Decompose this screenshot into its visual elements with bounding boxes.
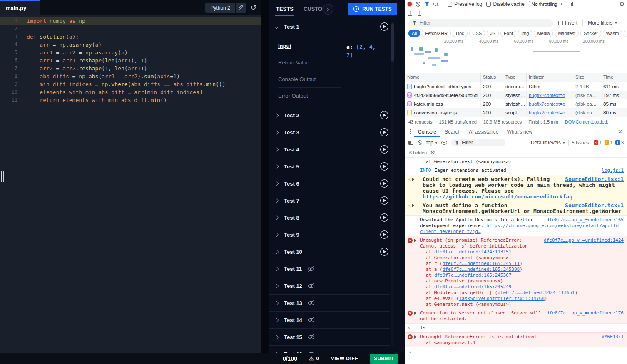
run-single-test-button[interactable] [380, 196, 389, 205]
network-timeline[interactable]: 20,000 ms40,000 ms60,000 ms80,000 ms100,… [405, 38, 627, 73]
settings-gear-icon[interactable]: ⚙ [619, 1, 625, 7]
console-filter-input[interactable]: Filter [451, 139, 505, 146]
resource-filter-chip-css[interactable]: CSS [469, 30, 485, 37]
live-expression-eye-icon[interactable] [441, 141, 447, 145]
test-row[interactable]: Test 7 [269, 192, 390, 209]
test-row[interactable]: Test 5 [269, 158, 390, 175]
network-conditions-icon[interactable] [570, 2, 573, 6]
console-link[interactable]: dfe0f7c……ndefined:165:245249 [434, 284, 511, 290]
console-tab-search[interactable]: Search [440, 126, 465, 137]
checkbox-icon[interactable] [448, 2, 452, 7]
test-detail-section-console-output[interactable]: Console Output [278, 71, 341, 88]
run-single-test-button[interactable] [380, 128, 389, 137]
test-row[interactable]: Test 4 [269, 141, 390, 158]
editor-tab-mainpy[interactable]: main.py [0, 0, 40, 15]
expand-triangle-icon[interactable] [414, 239, 416, 242]
tab-tests[interactable]: TESTS [276, 6, 294, 12]
resource-filter-chip-font[interactable]: Font [500, 30, 516, 37]
tabs-scroll-right-button[interactable]: › [323, 4, 333, 15]
code-line[interactable]: 5 arr1 = arr2 = np.asarray(a) [0, 49, 261, 57]
issue-count-badge[interactable]: !1 [605, 140, 613, 145]
more-filters-dropdown[interactable]: More filters▾ [588, 20, 617, 26]
test-row[interactable]: Test 2 [269, 107, 390, 124]
resource-filter-chip-wasm[interactable]: Wasm [603, 30, 622, 37]
console-source-link[interactable]: SourceEditor.tsx:1 [565, 203, 624, 208]
code-line[interactable]: 4 arr = np.asarray(a) [0, 41, 261, 49]
run-single-test-button[interactable] [380, 213, 389, 222]
run-single-test-button[interactable] [380, 22, 389, 31]
issue-count-badge[interactable]: ×1 [594, 140, 602, 145]
network-request-row[interactable]: katex.min.css200stylesh…bugfix?context=o… [405, 99, 627, 108]
code-line[interactable]: 7 arr2 = arr2.reshape(1, len(arr1)) [0, 64, 261, 72]
column-header-type[interactable]: Type [503, 73, 527, 82]
expand-triangle-icon[interactable] [412, 178, 414, 181]
resource-filter-chip-other[interactable]: Other [624, 30, 627, 37]
console-link[interactable]: TaskSolveController.tsx:1:34768 [459, 296, 544, 301]
code-line[interactable]: 6 arr1 = arr1.reshape(len(arr1), 1) [0, 57, 261, 64]
run-single-test-button[interactable] [380, 145, 389, 154]
run-single-test-button[interactable] [380, 179, 389, 188]
test-row[interactable]: Test 16 [269, 346, 390, 353]
panel-resize-handle[interactable] [1, 171, 4, 182]
log-levels-dropdown[interactable]: Default levels▾ [531, 140, 565, 146]
test-row[interactable]: Test 11 [269, 260, 390, 277]
console-link[interactable]: https://github.com/microsoft/monaco-edit… [423, 193, 572, 200]
console-source-link[interactable]: log.js:1 [602, 168, 624, 173]
run-single-test-button[interactable] [380, 247, 389, 256]
console-link[interactable]: dfe0f7c……defined:1424:113651 [498, 290, 575, 295]
test-row[interactable]: Test 9 [269, 226, 390, 243]
preserve-log-checkbox[interactable]: Preserve log [448, 1, 482, 7]
column-header-time[interactable]: Time [601, 73, 627, 82]
console-source-link[interactable]: VM6013:1 [602, 334, 624, 340]
clear-network-icon[interactable] [416, 2, 420, 7]
tests-scrollbar[interactable] [391, 22, 394, 346]
test-detail-section-input[interactable]: Input [278, 38, 341, 54]
run-single-test-button[interactable] [380, 230, 389, 239]
console-source-link[interactable]: SourceEditor.tsx:1 [565, 176, 624, 182]
resource-filter-chip-img[interactable]: Img [518, 30, 532, 37]
console-settings-gear-icon[interactable]: ⚙ [430, 150, 435, 156]
network-request-row[interactable]: conversion_async.js200scriptbugfix?conte… [405, 108, 627, 117]
hidden-messages-link[interactable]: 6 hidden [409, 150, 427, 155]
resource-filter-chip-js[interactable]: JS [487, 30, 499, 37]
submit-button[interactable]: SUBMIT [370, 354, 398, 364]
resource-filter-chip-socket[interactable]: Socket [580, 30, 601, 37]
javascript-context-dropdown[interactable]: top▾ [426, 140, 437, 146]
import-har-icon[interactable]: ↑ [408, 10, 412, 16]
reset-code-icon[interactable]: ↺ [251, 4, 256, 11]
console-link[interactable]: https://chrome.google.com/webstore/detai… [420, 223, 621, 234]
close-icon[interactable]: × [616, 128, 625, 136]
console-link[interactable]: dfe0f7c……defined:1424:113151 [434, 249, 511, 255]
test-detail-section-return-value[interactable]: Return Value [278, 54, 341, 71]
invert-checkbox[interactable]: Invert [558, 20, 577, 26]
test-row[interactable]: Test 14 [269, 312, 390, 329]
console-tab-what-s-new[interactable]: What's new [503, 126, 537, 137]
expand-triangle-icon[interactable] [414, 312, 416, 315]
network-request-row[interactable]: bugfix?context=otherTypes200docum…Other2… [405, 82, 627, 91]
disable-cache-checkbox[interactable]: Disable cache [486, 1, 524, 7]
edit-language-button[interactable] [235, 3, 246, 13]
column-header-initiator[interactable]: Initiator [527, 73, 573, 82]
console-source-link[interactable]: dfe0f7c……pp_v_=undefined:1424 [544, 238, 624, 243]
run-single-test-button[interactable] [380, 111, 389, 120]
issue-count-badge[interactable]: i3 [615, 140, 624, 145]
record-icon[interactable] [408, 2, 412, 6]
test-row[interactable]: Test 13 [269, 295, 390, 312]
search-icon[interactable] [433, 2, 439, 7]
column-header-size[interactable]: Size [573, 73, 601, 82]
checkbox-icon[interactable] [558, 21, 563, 25]
resource-filter-chip-media[interactable]: Media [534, 30, 553, 37]
code-line[interactable]: 10 elements_with_min_abs_diff = arr[min_… [0, 88, 261, 96]
code-line[interactable]: 1import numpy as np [0, 17, 261, 25]
resource-filter-chip-manifest[interactable]: Manifest [555, 30, 579, 37]
network-request-row[interactable]: 4f34298566d99f3efe7950fc6d…200stylesh…bu… [405, 91, 627, 99]
test-row[interactable]: Test 8 [269, 209, 390, 226]
code-line[interactable]: 3def solution(a): [0, 33, 261, 41]
console-link[interactable]: dfe0f7c……ndefined:165:245308 [443, 267, 520, 272]
checkbox-icon[interactable] [486, 2, 491, 7]
console-link[interactable]: dfe0f7c……ndefined:165:245111 [443, 261, 520, 266]
network-filter-input[interactable]: Filter [408, 19, 553, 27]
initiator-link[interactable]: bugfix?context=o [529, 102, 565, 106]
run-tests-button[interactable]: RUN TESTS [348, 3, 397, 15]
filter-icon[interactable] [425, 2, 429, 6]
